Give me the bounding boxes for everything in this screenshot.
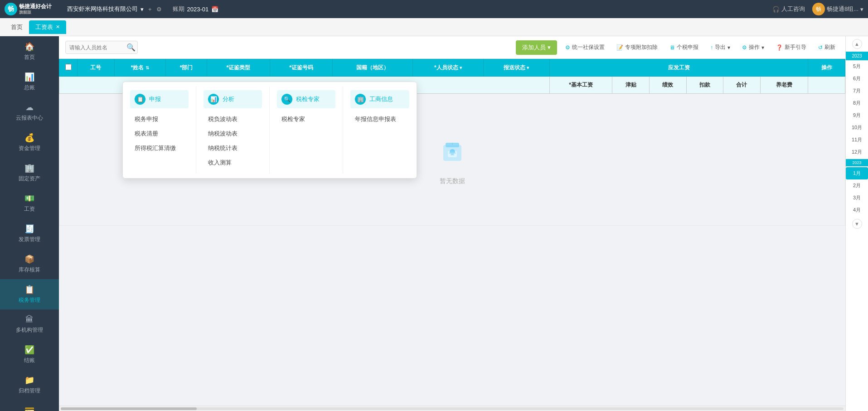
tax-decl-icon: 🖥 bbox=[669, 44, 675, 51]
sidebar-item-capital[interactable]: 💰 资金管理 bbox=[0, 127, 59, 158]
add-person-dropdown-icon: ▾ bbox=[548, 44, 551, 51]
content-area: 🔍 添加人员 ▾ ⚙ 统一社保设置 📝 专项附加扣除 🖥 个税申报 bbox=[59, 36, 845, 411]
search-input[interactable] bbox=[69, 44, 124, 51]
nav-down-arrow[interactable]: ▼ bbox=[852, 219, 862, 229]
sidebar-item-close[interactable]: ✅ 结账 bbox=[0, 339, 59, 370]
sidebar-item-assets[interactable]: 🏢 固定资产 bbox=[0, 158, 59, 188]
month-12[interactable]: 12月 bbox=[846, 146, 868, 158]
sidebar-label-capital: 资金管理 bbox=[19, 145, 40, 152]
sidebar-item-tax[interactable]: 📋 税务管理 bbox=[0, 279, 59, 309]
operation-btn[interactable]: ⚙ 操作 ▾ bbox=[738, 42, 768, 53]
tab-salary[interactable]: 工资表 ✕ bbox=[29, 20, 66, 34]
sidebar-item-expense[interactable]: 💳 小畅报销 bbox=[0, 400, 59, 411]
popup-item-tax-decl[interactable]: 税务申报 bbox=[130, 112, 189, 126]
main-layout: 🏠 首页 📊 总账 ☁ 云报表中心 💰 资金管理 🏢 固定资产 💵 工资 🧾 发… bbox=[0, 36, 868, 411]
popup-item-tax-change[interactable]: 纳税波动表 bbox=[204, 126, 262, 141]
calendar-icon[interactable]: 📅 bbox=[211, 6, 218, 13]
name-sort-icon[interactable]: ⇅ bbox=[145, 65, 149, 70]
th-op-sub bbox=[808, 77, 845, 94]
report-filter-icon[interactable]: ▾ bbox=[527, 65, 529, 70]
expense-icon: 💳 bbox=[24, 406, 34, 411]
guide-btn-icon: ❓ bbox=[776, 44, 783, 51]
tax-dropdown-popup: 📋 申报 税务申报 税表清册 所得税汇算清缴 bbox=[122, 82, 417, 179]
user-menu[interactable]: 畅 畅捷通8组... ▾ bbox=[812, 3, 863, 15]
month-7[interactable]: 7月 bbox=[846, 85, 868, 97]
export-label: 导出 bbox=[715, 44, 726, 51]
analysis-title: 分析 bbox=[223, 95, 234, 103]
declaration-icon: 📋 bbox=[135, 94, 145, 105]
salary-icon: 💵 bbox=[24, 193, 34, 203]
month-3[interactable]: 3月 bbox=[846, 192, 868, 204]
sidebar-label-salary: 工资 bbox=[24, 205, 35, 213]
tab-home[interactable]: 首页 bbox=[5, 20, 29, 34]
svg-point-3 bbox=[450, 149, 455, 155]
month-9[interactable]: 9月 bbox=[846, 109, 868, 121]
ledger-icon: 📊 bbox=[24, 72, 34, 82]
sidebar-item-salary[interactable]: 💵 工资 bbox=[0, 188, 59, 218]
social-insurance-btn[interactable]: ⚙ 统一社保设置 bbox=[562, 42, 608, 53]
popup-item-income-calc[interactable]: 收入测算 bbox=[204, 155, 262, 170]
search-wrap: 🔍 bbox=[65, 41, 138, 54]
nav-up-arrow[interactable]: ▲ bbox=[852, 39, 862, 49]
sidebar-item-invoice[interactable]: 🧾 发票管理 bbox=[0, 218, 59, 249]
archive-icon: 📁 bbox=[24, 375, 34, 385]
status-filter-icon[interactable]: ▾ bbox=[460, 65, 462, 70]
business-icon: 🏢 bbox=[355, 94, 366, 105]
sidebar-label-invoice: 发票管理 bbox=[19, 236, 40, 243]
sidebar-item-ledger[interactable]: 📊 总账 bbox=[0, 67, 59, 97]
guide-label: 新手引导 bbox=[785, 44, 806, 51]
refresh-label: 刷新 bbox=[824, 44, 835, 51]
scroll-thumb[interactable] bbox=[61, 407, 197, 410]
th-deduction: 扣款 bbox=[686, 77, 723, 94]
period-label: 账期 bbox=[173, 5, 184, 13]
month-6[interactable]: 6月 bbox=[846, 73, 868, 85]
refresh-btn[interactable]: ↺ 刷新 bbox=[815, 42, 839, 53]
company-selector[interactable]: 西安虾米网络科技有限公司 ▾ + ⚙ bbox=[63, 3, 165, 15]
special-deduction-btn[interactable]: 📝 专项附加扣除 bbox=[613, 42, 661, 53]
popup-item-annual-report[interactable]: 年报信息申报表 bbox=[350, 112, 409, 126]
th-nationality: 国籍（地区） bbox=[333, 59, 413, 77]
month-5[interactable]: 5月 bbox=[846, 60, 868, 73]
sidebar-item-multi-org[interactable]: 🏛 多机构管理 bbox=[0, 309, 59, 339]
service-btn[interactable]: 🎧 人工咨询 bbox=[772, 5, 805, 13]
user-avatar: 畅 bbox=[812, 3, 825, 15]
logo-icon: 畅 bbox=[5, 3, 17, 15]
horizontal-scrollbar[interactable] bbox=[59, 406, 845, 411]
sidebar-item-cloud[interactable]: ☁ 云报表中心 bbox=[0, 97, 59, 127]
sidebar-label-multi-org: 多机构管理 bbox=[16, 326, 43, 334]
right-panel: ▲ 2023 5月 6月 7月 8月 9月 10月 11月 12月 2023 bbox=[845, 36, 868, 411]
search-icon: 🔍 bbox=[126, 43, 136, 52]
month-2[interactable]: 2月 bbox=[846, 179, 868, 192]
sidebar-item-inventory[interactable]: 📦 库存核算 bbox=[0, 249, 59, 279]
tax-declaration-btn[interactable]: 🖥 个税申报 bbox=[666, 42, 702, 53]
popup-col-declaration: 📋 申报 税务申报 税表清册 所得税汇算清缴 bbox=[123, 87, 196, 174]
add-company-icon[interactable]: + bbox=[148, 6, 152, 13]
sidebar-item-archive[interactable]: 📁 归档管理 bbox=[0, 370, 59, 400]
toolbar: 🔍 添加人员 ▾ ⚙ 统一社保设置 📝 专项附加扣除 🖥 个税申报 bbox=[59, 36, 845, 59]
popup-item-expert[interactable]: 税检专家 bbox=[277, 112, 335, 126]
svg-rect-5 bbox=[449, 153, 456, 154]
guide-btn[interactable]: ❓ 新手引导 bbox=[772, 42, 810, 53]
month-11[interactable]: 11月 bbox=[846, 134, 868, 146]
sidebar-item-home[interactable]: 🏠 首页 bbox=[0, 36, 59, 67]
period-value: 2023-01 bbox=[187, 6, 209, 13]
tab-close-icon[interactable]: ✕ bbox=[56, 24, 60, 30]
tab-salary-label: 工资表 bbox=[35, 23, 53, 31]
svg-rect-6 bbox=[451, 155, 454, 155]
right-nav-top: ▲ bbox=[846, 36, 868, 52]
settings-icon[interactable]: ⚙ bbox=[156, 6, 162, 13]
export-btn[interactable]: ↑ 导出 ▾ bbox=[707, 42, 734, 53]
popup-item-income-tax[interactable]: 所得税汇算清缴 bbox=[130, 141, 189, 155]
add-person-button[interactable]: 添加人员 ▾ bbox=[516, 40, 557, 55]
popup-item-tax-burden[interactable]: 税负波动表 bbox=[204, 112, 262, 126]
user-dropdown-icon: ▾ bbox=[860, 6, 863, 13]
popup-item-tax-stats[interactable]: 纳税统计表 bbox=[204, 141, 262, 155]
select-all-checkbox[interactable] bbox=[65, 64, 72, 70]
month-10[interactable]: 10月 bbox=[846, 121, 868, 134]
th-status: *人员状态 ▾ bbox=[413, 59, 483, 77]
popup-item-tax-form[interactable]: 税表清册 bbox=[130, 126, 189, 141]
month-4[interactable]: 4月 bbox=[846, 204, 868, 216]
tax-icon: 📋 bbox=[24, 285, 34, 295]
month-1[interactable]: 1月 bbox=[846, 167, 868, 179]
month-8[interactable]: 8月 bbox=[846, 97, 868, 109]
